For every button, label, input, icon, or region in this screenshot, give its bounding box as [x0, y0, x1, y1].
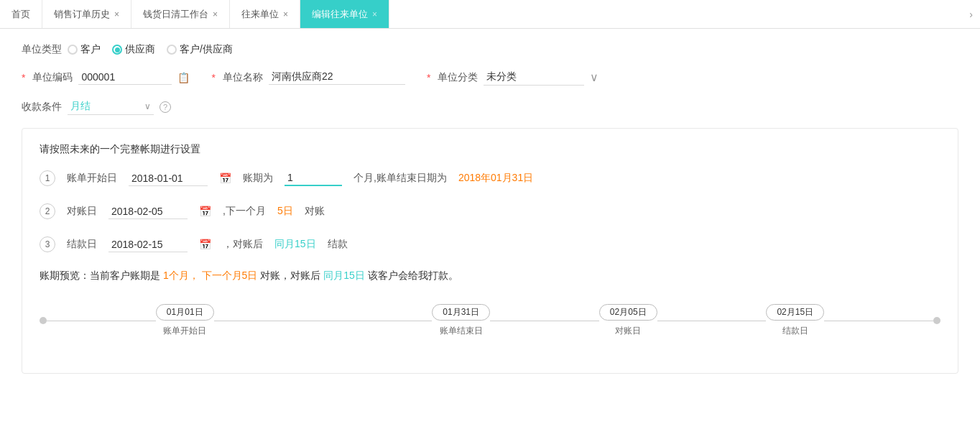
timeline-label-3: 对账日 — [615, 325, 641, 337]
step-3-num: 3 — [40, 236, 55, 252]
help-icon[interactable]: ? — [160, 101, 171, 113]
tab-edit-partner[interactable]: 编辑往来单位 × — [300, 0, 389, 28]
timeline-line-5 — [824, 321, 933, 321]
radio-group: 客户 供应商 客户/供应商 — [68, 43, 233, 56]
radio-both-circle — [167, 45, 177, 55]
tab-sales-history[interactable]: 销售订单历史 × — [42, 0, 131, 28]
section-title: 请按照未来的一个完整帐期进行设置 — [40, 143, 940, 156]
step-3-cal-icon[interactable]: 📅 — [199, 239, 211, 250]
tab-partner-close[interactable]: × — [283, 9, 288, 19]
timeline-node-2: 01月31日 账单结束日 — [432, 304, 490, 337]
payment-terms-row: 收款条件 月结 ∨ ? — [22, 98, 958, 115]
timeline-label-4: 结款日 — [782, 325, 808, 337]
timeline-node-4: 02月15日 结款日 — [766, 304, 824, 337]
timeline-line-1 — [47, 321, 156, 321]
unit-category-group: * 单位分类 未分类 ∨ — [427, 69, 598, 86]
timeline-node-1: 01月01日 账单开始日 — [156, 304, 214, 337]
step-2-num: 2 — [40, 203, 55, 219]
timeline-start-dot — [40, 317, 47, 324]
radio-both[interactable]: 客户/供应商 — [167, 43, 233, 56]
step-2-row: 2 对账日 📅 ,下一个月 5日 对账 — [40, 203, 940, 219]
tabs-bar: 首页 销售订单历史 × 钱货日清工作台 × 往来单位 × 编辑往来单位 × › — [0, 0, 980, 29]
tab-home-label: 首页 — [11, 8, 30, 21]
step-3-label: 结款日 — [67, 238, 97, 251]
step-3-desc-before: ，对账后 — [223, 238, 263, 251]
tab-edit-partner-label: 编辑往来单位 — [312, 8, 368, 21]
unit-category-select[interactable]: 未分类 — [484, 69, 584, 86]
timeline-badge-4: 02月15日 — [766, 304, 824, 321]
radio-supplier-circle — [112, 45, 122, 55]
unit-category-value: 未分类 — [486, 70, 581, 83]
unit-category-arrow[interactable]: ∨ — [590, 70, 598, 84]
radio-customer[interactable]: 客户 — [68, 43, 101, 56]
step-2-desc-after: 对账 — [305, 205, 325, 218]
step-2-label: 对账日 — [67, 205, 97, 218]
step-1-date-input[interactable] — [129, 171, 208, 186]
step-3-row: 3 结款日 📅 ，对账后 同月15日 结款 — [40, 236, 940, 252]
step-1-row: 1 账单开始日 📅 账期为 个月,账单结束日期为 2018年01月31日 — [40, 170, 940, 186]
timeline-badge-2: 01月31日 — [432, 304, 490, 321]
step-1-period-end: 2018年01月31日 — [458, 172, 533, 185]
payment-terms-value: 月结 — [70, 100, 144, 113]
section-box: 请按照未来的一个完整帐期进行设置 1 账单开始日 📅 账期为 个月,账单结束日期… — [22, 128, 958, 374]
step-3-desc-after: 结款 — [328, 238, 348, 251]
preview-part2: 下一个月5日 — [202, 270, 258, 281]
tab-daily-work-close[interactable]: × — [213, 9, 218, 19]
timeline-node-3: 02月05日 对账日 — [599, 304, 657, 337]
tab-edit-partner-close[interactable]: × — [372, 9, 377, 19]
unit-type-row: 单位类型 客户 供应商 客户/供应商 — [22, 43, 958, 56]
payment-terms-select[interactable]: 月结 ∨ — [68, 98, 154, 115]
timeline-badge-1: 01月01日 — [156, 304, 214, 321]
unit-category-star: * — [427, 72, 430, 83]
unit-type-group: 单位类型 客户 供应商 客户/供应商 — [22, 43, 233, 56]
preview-row: 账期预览：当前客户账期是 1个月， 下一个月5日 对账，对账后 同月15日 该客… — [40, 270, 940, 282]
radio-both-label: 客户/供应商 — [180, 43, 233, 56]
timeline-line-4 — [657, 321, 767, 321]
step-2-date-input[interactable] — [108, 204, 188, 219]
unit-code-star: * — [22, 72, 25, 83]
tab-sales-history-close[interactable]: × — [114, 9, 119, 19]
tab-home[interactable]: 首页 — [0, 0, 42, 28]
preview-label: 账期预览：当前客户账期是 — [40, 270, 160, 281]
tab-partner-label: 往来单位 — [241, 8, 279, 21]
unit-name-input[interactable] — [269, 70, 405, 85]
copy-icon[interactable]: 📋 — [177, 72, 190, 83]
unit-code-label: 单位编码 — [32, 71, 73, 84]
step-1-label: 账单开始日 — [67, 172, 117, 185]
radio-customer-label: 客户 — [80, 43, 101, 56]
unit-info-row: * 单位编码 📋 * 单位名称 * 单位分类 未分类 ∨ — [22, 69, 958, 86]
tab-sales-history-label: 销售订单历史 — [54, 8, 110, 21]
unit-name-star: * — [211, 72, 215, 83]
tab-daily-work[interactable]: 钱货日清工作台 × — [131, 0, 230, 28]
step-1-period-input[interactable] — [285, 170, 342, 186]
payment-terms-arrow[interactable]: ∨ — [144, 101, 151, 111]
step-2-desc-highlight: 5日 — [277, 205, 293, 218]
step-3-desc-highlight: 同月15日 — [274, 238, 316, 251]
radio-customer-circle — [68, 45, 78, 55]
unit-type-label: 单位类型 — [22, 43, 62, 56]
page-content: 单位类型 客户 供应商 客户/供应商 * 单位编码 — [0, 29, 980, 437]
step-2-desc-before: ,下一个月 — [223, 205, 266, 218]
step-2-cal-icon[interactable]: 📅 — [199, 206, 211, 217]
payment-terms-label: 收款条件 — [22, 101, 62, 114]
preview-part4: 同月15日 — [323, 270, 365, 281]
preview-part1: 1个月， — [163, 270, 199, 281]
step-1-cal-icon[interactable]: 📅 — [219, 172, 231, 184]
tab-partner[interactable]: 往来单位 × — [230, 0, 300, 28]
timeline: 01月01日 账单开始日 01月31日 账单结束日 02月05日 对账日 02月… — [40, 297, 940, 359]
unit-name-label: 单位名称 — [223, 71, 263, 84]
timeline-end-dot — [933, 317, 940, 324]
tab-daily-work-label: 钱货日清工作台 — [143, 8, 208, 21]
timeline-line-3 — [490, 321, 599, 321]
timeline-label-1: 账单开始日 — [163, 325, 206, 337]
preview-part3: 对账，对账后 — [260, 270, 320, 281]
unit-code-input[interactable] — [78, 70, 172, 85]
timeline-badge-3: 02月05日 — [599, 304, 657, 321]
step-3-date-input[interactable] — [108, 237, 188, 252]
tab-scroll-arrow[interactable]: › — [962, 9, 980, 20]
payment-terms-group: 收款条件 月结 ∨ ? — [22, 98, 171, 115]
radio-supplier[interactable]: 供应商 — [112, 43, 155, 56]
step-1-period-label: 账期为 — [243, 172, 273, 185]
unit-name-group: * 单位名称 — [211, 70, 405, 85]
timeline-label-2: 账单结束日 — [440, 325, 483, 337]
